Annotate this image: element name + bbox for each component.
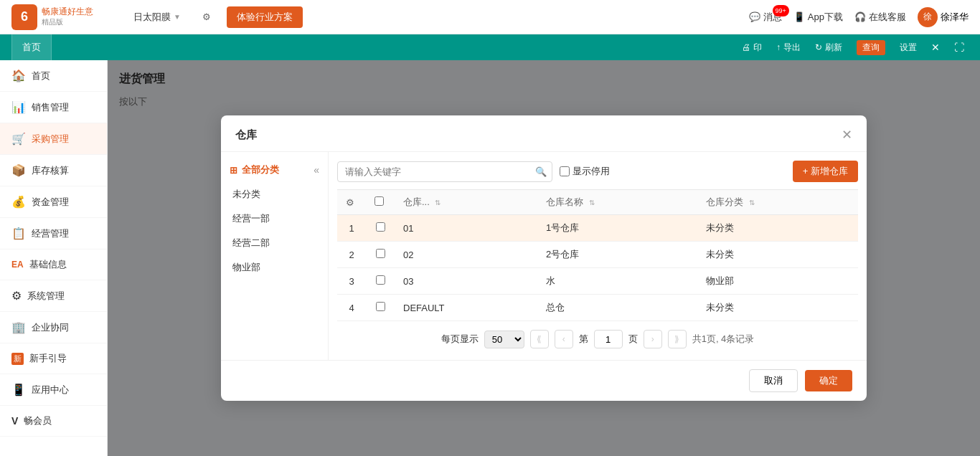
row-category: 未分类	[697, 295, 858, 321]
message-icon: 💬	[749, 11, 760, 22]
row-num: 1	[337, 215, 366, 242]
sidebar-item-member[interactable]: V 畅会员	[0, 406, 107, 437]
sidebar-item-member-label: 畅会员	[24, 414, 52, 427]
top-nav: 6 畅康通好生意 精品版 日太阳膜 ▼ ⚙ 体验行业方案 💬 消息 99+ 📱 …	[0, 0, 980, 34]
sub-nav: 首页 🖨 印 ↑ 导出 ↻ 刷新 查询 设置 ✕ ⛶	[0, 34, 980, 60]
sidebar-item-appcenter[interactable]: 📱 应用中心	[0, 374, 107, 406]
sort-name-icon: ⇅	[589, 199, 595, 206]
sidebar-item-finance[interactable]: 💰 资金管理	[0, 186, 107, 218]
sidebar-item-system-label: 系统管理	[27, 290, 65, 303]
export-action[interactable]: ↑ 导出	[772, 40, 805, 55]
sidebar-item-sales[interactable]: 📊 销售管理	[0, 92, 107, 123]
row-name: 总仓	[537, 295, 698, 321]
per-page-select[interactable]: 50 10 20 100	[484, 331, 524, 348]
table-row[interactable]: 4 DEFAULT 总仓 未分类	[337, 295, 858, 321]
app-download-item[interactable]: 📱 App下载	[793, 11, 843, 24]
last-page-button[interactable]: ⟫	[668, 330, 687, 348]
cancel-button[interactable]: 取消	[749, 369, 798, 392]
app-download-label: App下载	[808, 11, 843, 24]
sidebar-item-guide[interactable]: 新 新手引导	[0, 343, 107, 374]
online-service-item[interactable]: 🎧 在线客服	[854, 11, 906, 24]
select-all-checkbox[interactable]	[374, 196, 384, 206]
table-row[interactable]: 1 01 1号仓库 未分类	[337, 215, 858, 242]
user-area[interactable]: 徐 徐泽华	[918, 7, 969, 27]
show-disabled-text: 显示停用	[573, 165, 610, 178]
sidebar-item-system[interactable]: ⚙ 系统管理	[0, 280, 107, 312]
confirm-button[interactable]: 确定	[805, 370, 852, 391]
sub-nav-right: 🖨 印 ↑ 导出 ↻ 刷新 查询 设置 ✕ ⛶	[738, 39, 969, 57]
print-icon: 🖨	[742, 42, 750, 52]
add-warehouse-button[interactable]: + 新增仓库	[793, 161, 858, 182]
sub-nav-close-icon[interactable]: ✕	[927, 40, 944, 54]
nav-right: 💬 消息 99+ 📱 App下载 🎧 在线客服 徐 徐泽华	[749, 7, 969, 27]
th-checkbox	[366, 190, 395, 215]
row-checkbox[interactable]	[376, 249, 385, 258]
modal-close-button[interactable]: ✕	[842, 127, 852, 143]
search-icon[interactable]: 🔍	[535, 166, 547, 177]
row-checkbox[interactable]	[376, 275, 385, 285]
sales-icon: 📊	[11, 100, 26, 114]
th-name: 仓库名称 ⇅	[537, 190, 698, 215]
settings-action[interactable]: 设置	[895, 40, 921, 55]
category-item-property[interactable]: 物业部	[221, 255, 328, 280]
th-code: 仓库... ⇅	[395, 190, 537, 215]
category-item-dept2[interactable]: 经营二部	[221, 231, 328, 255]
finance-icon: 💰	[11, 195, 26, 209]
store-selector[interactable]: 日太阳膜 ▼	[128, 8, 187, 27]
modal-header: 仓库 ✕	[221, 115, 867, 152]
notifications-item[interactable]: 💬 消息 99+	[749, 11, 782, 24]
category-item-dept1[interactable]: 经营一部	[221, 206, 328, 231]
settings-label: 设置	[900, 42, 917, 54]
show-disabled-checkbox[interactable]	[560, 166, 570, 176]
refresh-action[interactable]: ↻ 刷新	[811, 40, 847, 55]
sidebar-item-base-info[interactable]: EA 基础信息	[0, 250, 107, 280]
pagination: 每页显示 50 10 20 100 ⟪ ‹ 第 页	[337, 321, 858, 351]
sidebar-item-enterprise[interactable]: 🏢 企业协同	[0, 312, 107, 343]
grid-icon: ⊞	[230, 165, 237, 176]
sidebar-item-inventory[interactable]: 📦 库存核算	[0, 155, 107, 186]
all-category-btn[interactable]: ⊞ 全部分类	[230, 163, 279, 176]
sidebar-item-operations[interactable]: 📋 经营管理	[0, 218, 107, 250]
row-category: 物业部	[697, 268, 858, 295]
category-panel: ⊞ 全部分类 « 未分类 经营一部 经营二部 物业部	[221, 152, 329, 360]
next-page-button[interactable]: ›	[644, 330, 662, 348]
table-row[interactable]: 3 03 水 物业部	[337, 268, 858, 295]
subnav-item-home[interactable]: 首页	[11, 34, 52, 60]
notification-badge: 99+	[773, 5, 789, 16]
row-checkbox-cell	[366, 242, 395, 268]
th-category: 仓库分类 ⇅	[697, 190, 858, 215]
first-page-button[interactable]: ⟪	[530, 330, 549, 348]
sidebar-item-home[interactable]: 🏠 首页	[0, 60, 107, 92]
operations-icon: 📋	[11, 227, 26, 240]
category-item-unclassified[interactable]: 未分类	[221, 182, 328, 206]
trial-button[interactable]: 体验行业方案	[227, 6, 303, 28]
avatar-char: 徐	[923, 11, 932, 23]
query-action[interactable]: 查询	[852, 39, 890, 57]
row-checkbox[interactable]	[376, 222, 385, 232]
table-row[interactable]: 2 02 2号仓库 未分类	[337, 242, 858, 268]
row-checkbox-cell	[366, 295, 395, 321]
page-number-input[interactable]	[594, 330, 623, 348]
settings-button[interactable]: ⚙	[195, 6, 218, 29]
search-input[interactable]	[337, 161, 552, 182]
export-icon: ↑	[776, 42, 781, 52]
sub-nav-expand-icon[interactable]: ⛶	[950, 40, 969, 54]
collapse-panel-button[interactable]: «	[314, 164, 319, 176]
system-icon: ⚙	[11, 289, 22, 303]
member-icon: V	[11, 415, 18, 427]
home-icon: 🏠	[11, 69, 26, 82]
row-num: 2	[337, 242, 366, 268]
print-action[interactable]: 🖨 印	[738, 40, 766, 55]
sidebar-item-inventory-label: 库存核算	[32, 164, 69, 177]
sidebar-item-purchase[interactable]: 🛒 采购管理	[0, 123, 107, 155]
logo-icon: 6	[11, 4, 37, 30]
prev-page-button[interactable]: ‹	[555, 330, 573, 348]
row-name: 2号仓库	[537, 242, 698, 268]
online-service-label: 在线客服	[869, 11, 906, 24]
modal-body: ⊞ 全部分类 « 未分类 经营一部 经营二部 物业部	[221, 152, 867, 360]
purchase-icon: 🛒	[11, 132, 26, 146]
row-checkbox-cell	[366, 268, 395, 295]
sidebar-item-purchase-label: 采购管理	[32, 133, 69, 146]
sort-code-icon: ⇅	[435, 199, 440, 206]
row-checkbox[interactable]	[376, 302, 385, 311]
